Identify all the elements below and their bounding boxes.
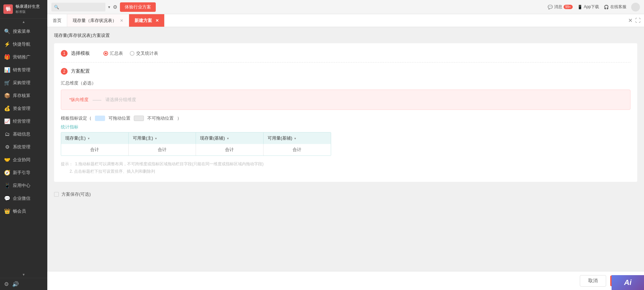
- radio-summary-table[interactable]: 汇总表: [103, 50, 123, 56]
- stats-table-body: 合计 合计 合计 合计: [61, 144, 331, 155]
- tips-item-0: 提示： 1.拖动标题栏可以调整布局，不可跨维度或指标区域拖动栏目字段(只能在同一…: [61, 161, 630, 168]
- step1-badge: 1: [61, 50, 68, 57]
- app-version: 标准版: [16, 9, 40, 14]
- purchase-icon: 🛒: [4, 80, 10, 86]
- phone-icon: 📱: [577, 5, 583, 9]
- topbar-dropdown[interactable]: ▾: [108, 5, 110, 9]
- sidebar-item-quick-nav[interactable]: ⚡ 快捷导航: [0, 38, 47, 51]
- step1-row: 1 选择模板 汇总表 交叉统计表: [61, 50, 630, 57]
- basic-info-icon: 🗂: [4, 131, 10, 137]
- system-icon: ⚙: [4, 144, 10, 150]
- step2-title: 方案配置: [71, 68, 90, 74]
- settings-card: 1 选择模板 汇总表 交叉统计表 2 方案配置: [54, 43, 637, 182]
- stats-col-header-0[interactable]: 现存量(主) ▾: [61, 132, 129, 144]
- topbar-search[interactable]: 🔍: [51, 3, 105, 11]
- stats-col-header-1[interactable]: 可用量(主) ▾: [129, 132, 196, 144]
- sidebar-item-label: 应用中心: [13, 183, 30, 189]
- sidebar-item-label: 销售管理: [13, 67, 30, 73]
- cancel-button[interactable]: 取消: [580, 275, 606, 287]
- sidebar-item-label: 经营管理: [13, 118, 30, 124]
- wechat-icon: 💬: [4, 195, 10, 201]
- sidebar-item-label: 库存核算: [13, 93, 30, 99]
- search-icon: 🔍: [54, 5, 59, 9]
- sidebar-item-label: 资金管理: [13, 105, 30, 112]
- main-content: 🔍 ▾ ⚙ 体验行业方案 💬 消息 99+ 📱 App下载 🎧 在线客服: [47, 0, 644, 290]
- tab-new-plan-close[interactable]: ✕: [155, 18, 159, 23]
- indicator-label-suffix: ）: [177, 115, 181, 121]
- scroll-down-button[interactable]: ▼: [0, 271, 47, 278]
- app-download-button[interactable]: 📱 App下载: [577, 4, 599, 10]
- stats-col-label-3: 可用量(基辅): [268, 135, 293, 141]
- sidebar-bottom: ⚙ 🔊: [0, 278, 47, 290]
- tab-close-all-icon[interactable]: ✕: [628, 17, 633, 24]
- dropdown-arrow-0[interactable]: ▾: [88, 137, 90, 140]
- stats-col-label-2: 现存量(基辅): [200, 135, 225, 141]
- app-download-label: App下载: [584, 4, 599, 10]
- tab-home[interactable]: 首页: [47, 14, 67, 27]
- tips-item-1: 2. 点击标题栏下拉可设置排序、插入列和删除列: [61, 168, 630, 175]
- user-avatar[interactable]: [631, 3, 640, 11]
- sidebar-item-inventory[interactable]: 📦 库存核算: [0, 89, 47, 102]
- stats-col-header-3[interactable]: 可用量(基辅) ▾: [264, 132, 331, 144]
- sidebar-item-newbie[interactable]: 🧭 新手引导: [0, 166, 47, 179]
- sidebar-item-search[interactable]: 🔍 搜索菜单: [0, 25, 47, 38]
- dropdown-arrow-2[interactable]: ▾: [227, 137, 229, 140]
- save-option-checkbox[interactable]: [54, 192, 59, 197]
- dimension-box: *纵向维度 —— 请选择分组维度: [61, 90, 630, 110]
- template-radio-group: 汇总表 交叉统计表: [103, 50, 158, 56]
- sidebar-item-operations[interactable]: 📈 经营管理: [0, 115, 47, 128]
- ai-badge[interactable]: Ai: [612, 275, 644, 290]
- ai-badge-text: Ai: [624, 278, 631, 287]
- dropdown-arrow-1[interactable]: ▾: [155, 137, 157, 140]
- sidebar-item-finance[interactable]: 💰 资金管理: [0, 102, 47, 115]
- sidebar-item-purchase[interactable]: 🛒 采购管理: [0, 76, 47, 89]
- dimension-placeholder[interactable]: 请选择分组维度: [105, 97, 136, 103]
- sidebar-item-label: 快捷导航: [13, 41, 30, 47]
- stats-col-label-1: 可用量(主): [133, 135, 153, 141]
- member-icon: 👑: [4, 208, 10, 214]
- sales-icon: 📊: [4, 67, 10, 73]
- search-menu-icon: 🔍: [4, 28, 10, 34]
- dropdown-arrow-3[interactable]: ▾: [294, 137, 296, 140]
- sidebar-item-label: 基础信息: [13, 131, 30, 137]
- app-icon: 畅: [3, 4, 13, 14]
- stats-cell-3: 合计: [264, 144, 331, 155]
- scroll-up-button[interactable]: ▲: [0, 19, 47, 25]
- topbar-gear-icon[interactable]: ⚙: [113, 4, 117, 10]
- sidebar-item-system[interactable]: ⚙ 系统管理: [0, 141, 47, 153]
- sidebar-item-label: 企业微信: [13, 195, 30, 201]
- sidebar-item-sales[interactable]: 📊 销售管理: [0, 64, 47, 76]
- sidebar-nav: 🔍 搜索菜单 ⚡ 快捷导航 🎁 营销推广 📊 销售管理 🛒 采购管理 📦 库存核…: [0, 25, 47, 271]
- message-badge: 99+: [564, 5, 573, 9]
- sidebar-item-app-center[interactable]: 📱 应用中心: [0, 179, 47, 192]
- topbar-left: 🔍 ▾ ⚙ 体验行业方案: [51, 2, 544, 12]
- tips-section: 提示： 1.拖动标题栏可以调整布局，不可跨维度或指标区域拖动栏目字段(只能在同一…: [61, 161, 630, 175]
- sidebar-item-label: 系统管理: [13, 144, 30, 150]
- audio-icon[interactable]: 🔊: [12, 281, 19, 287]
- tab-bar-actions: ✕ ⛶: [625, 14, 644, 27]
- dimension-required-label: *纵向维度: [69, 97, 89, 103]
- settings-icon[interactable]: ⚙: [4, 281, 9, 287]
- sidebar-logo: 畅 畅康通好生意 标准版: [0, 0, 47, 19]
- tab-new-plan[interactable]: 新建方案 ✕: [129, 14, 165, 27]
- sidebar-item-basic-info[interactable]: 🗂 基础信息: [0, 128, 47, 141]
- stats-col-header-2[interactable]: 现存量(基辅) ▾: [196, 132, 264, 144]
- topbar-right: 💬 消息 99+ 📱 App下载 🎧 在线客服: [548, 3, 640, 11]
- tab-expand-icon[interactable]: ⛶: [635, 18, 641, 24]
- content-area: 现存量(库存状况表)方案设置 1 选择模板 汇总表 交叉统计表: [47, 27, 644, 271]
- newbie-icon: 🧭: [4, 170, 10, 176]
- marketing-icon: 🎁: [4, 54, 10, 60]
- online-service-button[interactable]: 🎧 在线客服: [604, 4, 626, 10]
- stats-cell-2: 合计: [196, 144, 264, 155]
- sidebar-item-marketing[interactable]: 🎁 营销推广: [0, 51, 47, 64]
- tab-inventory[interactable]: 现存量（库存状况表） ✕: [67, 14, 129, 27]
- trial-button[interactable]: 体验行业方案: [120, 2, 156, 12]
- quick-nav-icon: ⚡: [4, 41, 10, 47]
- message-button[interactable]: 💬 消息 99+: [548, 4, 573, 10]
- sidebar-item-wechat[interactable]: 💬 企业微信: [0, 192, 47, 205]
- sidebar-item-enterprise[interactable]: 🤝 企业协同: [0, 153, 47, 166]
- sidebar-item-member[interactable]: 👑 畅会员: [0, 205, 47, 218]
- sidebar-item-label: 企业协同: [13, 157, 30, 163]
- radio-cross-table[interactable]: 交叉统计表: [130, 50, 158, 56]
- tab-inventory-close[interactable]: ✕: [120, 18, 123, 23]
